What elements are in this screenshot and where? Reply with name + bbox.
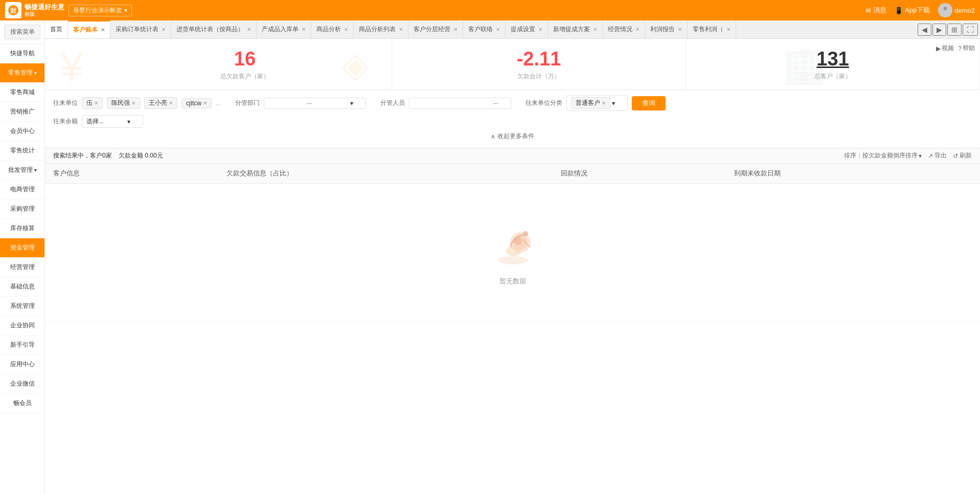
close-icon-5[interactable]: ✕ [344,27,348,32]
filter-tag-2[interactable]: 陈民强 ✕ [107,97,140,109]
sidebar-item-retail-stats[interactable]: 零售统计 [0,141,44,161]
sidebar-item-ecommerce[interactable]: 电商管理 [0,180,44,199]
tab-accounts-receivable[interactable]: 客户账本 ✕ [68,20,110,39]
filter-tag-1[interactable]: 伍 ✕ [82,97,103,109]
chevron-down-icon: ▾ [34,70,37,76]
tab-fullscreen-btn[interactable]: ⛶ [963,24,978,36]
close-icon-10[interactable]: ✕ [593,27,597,32]
tab-profit-report[interactable]: 利润报告 ✕ [645,20,688,39]
filter-tag-1-close[interactable]: ✕ [94,100,98,106]
sidebar-item-purchase[interactable]: 采购管理 [0,199,44,219]
sidebar-item-quick-nav[interactable]: 快捷导航 [0,44,44,63]
sidebar-item-system[interactable]: 系统管理 [0,297,44,316]
tab-customer-segmentation[interactable]: 客户分层经营 ✕ [408,20,463,39]
user-profile-btn[interactable]: demo2 [938,3,975,17]
export-label: 导出 [935,151,947,160]
search-btn[interactable]: 查询 [632,96,666,110]
video-btn[interactable]: ▶ 视频 [936,44,954,53]
sidebar-item-vip[interactable]: 畅会员 [0,394,44,413]
close-icon-3[interactable]: ✕ [247,27,251,32]
category-tag-close[interactable]: ✕ [602,100,606,106]
category-select[interactable]: 普通客户 ✕ ▾ [566,95,628,111]
account-selector[interactable]: 母婴行业演示帐套 ▾ [69,5,132,16]
tab-promotion-settings[interactable]: 提成设置 ✕ [506,20,548,39]
results-bar: 搜索结果中，客户0家 欠款金额 0.00元 排序：按欠款金额倒序排序 ▾ ↗ 导… [45,148,980,164]
close-icon-11[interactable]: ✕ [635,27,640,32]
tab-operations-status-label: 经营情况 [608,25,632,34]
refresh-btn[interactable]: ↺ 刷新 [953,151,972,160]
tab-product-purchase-entry[interactable]: 产成品入库单 ✕ [257,20,311,39]
tab-new-promotion-plan[interactable]: 新增提成方案 ✕ [548,20,603,39]
sidebar-item-wholesale-label: 批发管理 [8,166,33,174]
close-icon-12[interactable]: ✕ [678,27,682,32]
tab-product-analysis[interactable]: 商品分析 ✕ [311,20,354,39]
export-btn[interactable]: ↗ 导出 [928,151,947,160]
sidebar-item-marketing[interactable]: 营销推广 [0,102,44,122]
sidebar-item-retail-mgmt[interactable]: 零售管理 ▾ [0,63,44,83]
unit-label: 往来单位 [53,99,78,107]
close-icon-4[interactable]: ✕ [302,27,306,32]
filter-tag-3-close[interactable]: ✕ [169,100,173,106]
sidebar-item-inventory[interactable]: 库存核算 [0,219,44,238]
close-icon-8[interactable]: ✕ [496,27,500,32]
tab-home-label: 首页 [50,25,62,34]
filter-tag-3[interactable]: 王小亮 ✕ [144,97,177,109]
app-download-btn[interactable]: 📱 App下载 [895,6,930,15]
filter-tag-2-label: 陈民强 [111,99,130,107]
tab-purchase-stats-by-product[interactable]: 进货单统计表（按商品） ✕ [171,20,257,39]
close-icon-6[interactable]: ✕ [399,27,403,32]
tab-retail-profit[interactable]: 零售利润（ ✕ [688,20,736,39]
sidebar-item-retail-mall[interactable]: 零售商城 [0,83,44,102]
data-table: 客户信息 欠款交易信息（占比） 回款情况 到期未收款日期 [45,164,980,322]
tab-home[interactable]: 首页 [45,20,68,39]
tab-operations-status[interactable]: 经营情况 ✕ [603,20,645,39]
filter-more-tags[interactable]: ... [216,100,221,107]
chevron-down-balance-icon: ▾ [127,118,130,125]
sort-selector[interactable]: 排序：按欠款金额倒序排序 ▾ [844,151,922,160]
col-debt-info: 欠款交易信息（占比） [218,164,553,184]
close-icon-1[interactable]: ✕ [101,27,105,33]
tab-new-promotion-plan-label: 新增提成方案 [553,25,590,34]
balance-select[interactable]: 选择... ▾ [82,115,143,128]
filter-tag-4-close[interactable]: ✕ [203,100,207,106]
sidebar-item-appcenter[interactable]: 应用中心 [0,355,44,374]
category-tag[interactable]: 普通客户 ✕ [571,97,610,109]
sidebar-item-wecom[interactable]: 企业微信 [0,374,44,394]
col-customer-info: 客户信息 [45,164,218,184]
message-btn[interactable]: ✉ 消息 [865,6,886,15]
results-debt-text: 欠款金额 0.00元 [119,152,163,159]
close-icon-9[interactable]: ✕ [538,27,542,32]
dept-label: 分管部门 [235,99,260,107]
tab-customer-contact-label: 客户联络 [468,25,493,34]
col-due-date: 到期未收款日期 [726,164,980,184]
help-btn[interactable]: ? 帮助 [958,44,975,53]
close-icon-13[interactable]: ✕ [726,27,731,32]
tab-prev-btn[interactable]: ◀ [918,24,931,36]
sidebar-item-newbie[interactable]: 新手引导 [0,335,44,355]
close-icon-7[interactable]: ✕ [453,27,458,32]
search-menu-btn[interactable]: 搜索菜单 [4,25,40,39]
sidebar-item-enterprise[interactable]: 企业协同 [0,316,44,335]
dept-select[interactable]: ··· ▾ [264,98,366,109]
tab-expand-btn[interactable]: ⊞ [947,24,962,36]
sidebar-item-operations[interactable]: 经营管理 [0,258,44,277]
sidebar-item-wholesale-mgmt[interactable]: 批发管理 ▾ [0,161,44,180]
sidebar-item-finance[interactable]: 资金管理 [0,238,44,258]
tab-next-btn[interactable]: ▶ [932,24,946,36]
avatar [938,3,952,17]
close-icon-2[interactable]: ✕ [162,27,166,32]
tab-product-analysis-list[interactable]: 商品分析列表 ✕ [354,20,408,39]
sidebar-item-basics[interactable]: 基础信息 [0,277,44,297]
tab-customer-contact[interactable]: 客户联络 ✕ [463,20,506,39]
svg-point-2 [944,7,947,10]
filter-tag-2-close[interactable]: ✕ [131,100,135,106]
sidebar: 搜索菜单 快捷导航 零售管理 ▾ 零售商城 营销推广 会员中心 零售统计 批发管… [0,20,45,494]
sidebar-search: 搜索菜单 [0,20,44,44]
filter-tag-4[interactable]: cjttcw ✕ [181,98,212,108]
message-label: 消息 [873,6,886,15]
collapse-btn[interactable]: ∧ 收起更多条件 [491,132,534,141]
refresh-icon: ↺ [953,152,958,160]
tab-purchase-order-stats[interactable]: 采购订单统计表 ✕ [110,20,171,39]
person-select[interactable]: ··· [409,98,511,109]
sidebar-item-member-center[interactable]: 会员中心 [0,122,44,141]
